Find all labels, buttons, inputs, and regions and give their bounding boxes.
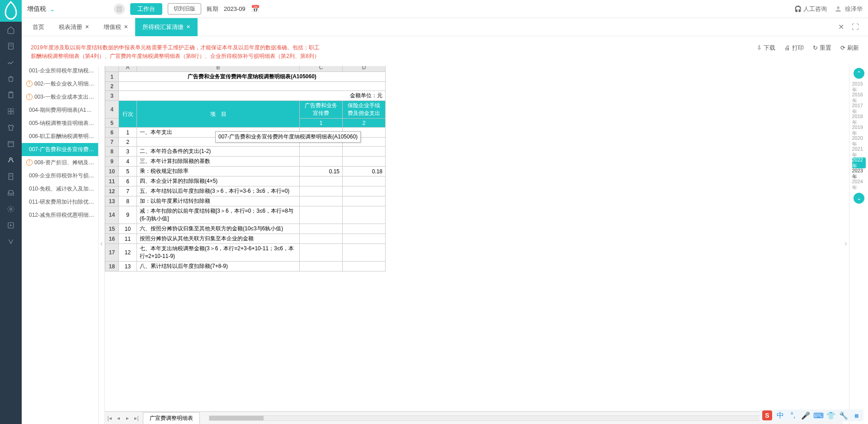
calendar-icon[interactable]: 📅 <box>251 5 260 13</box>
ime-toolbar: S 中 °, 🎤 ⌨ 👕 🔧 ▦ <box>760 410 863 421</box>
nav-settings-icon[interactable] <box>0 201 22 217</box>
sheet-nav[interactable]: |◂◂▸▸| <box>105 415 141 421</box>
nav-v-icon[interactable] <box>0 233 22 250</box>
cell-d-18[interactable] <box>343 262 386 272</box>
nav-inbox-icon[interactable] <box>0 185 22 201</box>
cell-c-8[interactable] <box>300 147 343 157</box>
svg-rect-6 <box>11 112 14 114</box>
nav-home-icon[interactable] <box>0 22 22 38</box>
ime-mic-icon[interactable]: 🎤 <box>801 411 810 420</box>
tab-close-icon[interactable]: ✕ <box>186 24 190 30</box>
hscrollbar[interactable] <box>209 415 843 421</box>
nav-calendar-icon[interactable] <box>0 136 22 152</box>
ime-punct-icon[interactable]: °, <box>788 411 797 420</box>
cell-d-13[interactable] <box>343 196 386 206</box>
workspace-button[interactable]: 工作台 <box>130 3 162 15</box>
refresh-button[interactable]: ⟳ 刷新 <box>840 43 859 53</box>
form-item-4[interactable]: 005-纳税调整项目明细表(A1... <box>22 117 98 130</box>
ime-s-icon[interactable]: S <box>762 410 772 420</box>
download-button[interactable]: ⇩ 下载 <box>757 43 775 53</box>
year-2015年[interactable]: 2015年 <box>852 81 866 92</box>
ime-lang[interactable]: 中 <box>776 411 785 420</box>
form-item-6[interactable]: 007-广告费和业务宣传费跨... <box>22 143 98 156</box>
nav-grid-icon[interactable] <box>0 103 22 119</box>
tab-1[interactable]: 税表清册✕ <box>52 18 96 36</box>
form-item-5[interactable]: 006-职工薪酬纳税调整明细... <box>22 130 98 143</box>
cell-c-13[interactable] <box>300 196 343 206</box>
history-button[interactable] <box>114 4 125 14</box>
support-link[interactable]: 🎧 人工咨询 <box>794 5 827 13</box>
nav-doc-icon[interactable] <box>0 38 22 54</box>
row-title: 二、本年符合条件的支出(1-2) <box>137 147 300 157</box>
cell-d-14[interactable] <box>343 206 386 224</box>
cell-d-11[interactable] <box>343 176 386 186</box>
form-item-7[interactable]: 008-资产折旧、摊销及纳税... <box>22 156 98 169</box>
ime-keyboard-icon[interactable]: ⌨ <box>814 411 823 420</box>
form-item-8[interactable]: 009-企业所得税弥补亏损明... <box>22 169 98 182</box>
form-item-10[interactable]: 011-研发费用加计扣除优惠... <box>22 195 98 209</box>
cell-d-15[interactable] <box>343 224 386 234</box>
nav-shirt-icon[interactable] <box>0 119 22 136</box>
cell-c-17[interactable] <box>300 244 343 262</box>
sheet-tab[interactable]: 广宣费调整明细表 <box>143 412 200 424</box>
left-nav <box>0 0 22 424</box>
nav-clipboard-icon[interactable] <box>0 87 22 103</box>
cell-d-17[interactable] <box>343 244 386 262</box>
tab-2[interactable]: 增值税✕ <box>96 18 135 36</box>
form-item-2[interactable]: 003-一般企业成本支出明细... <box>22 91 98 104</box>
cell-d-12[interactable] <box>343 186 386 196</box>
app-name-dropdown[interactable]: 增值税 ⌄ <box>27 5 108 13</box>
collapse-handle[interactable]: ‹ <box>99 62 105 424</box>
tab-3[interactable]: 所得税汇算清缴✕ <box>135 18 198 36</box>
cell-c-11[interactable] <box>300 176 343 186</box>
cell-c-10[interactable]: 0.15 <box>300 167 343 176</box>
cell-d-16[interactable] <box>343 234 386 244</box>
cell-d-10[interactable]: 0.18 <box>343 167 386 176</box>
cell-c-15[interactable] <box>300 224 343 234</box>
ime-tool-icon[interactable]: 🔧 <box>839 411 848 420</box>
cell-d-8[interactable] <box>343 147 386 157</box>
switch-old-button[interactable]: 切到旧版 <box>168 3 201 14</box>
reset-button[interactable]: ↻ 重置 <box>813 43 831 53</box>
period-value[interactable]: 2023-09 <box>224 5 245 12</box>
year-2019年[interactable]: 2019年 <box>852 125 866 136</box>
year-2020年[interactable]: 2020年 <box>852 136 866 147</box>
tab-close-icon[interactable]: ✕ <box>124 24 128 30</box>
year-down-icon[interactable]: ⌄ <box>854 193 864 204</box>
right-collapse[interactable]: › <box>843 62 849 424</box>
cell-c-18[interactable] <box>300 262 343 272</box>
tab-close-icon[interactable]: ✕ <box>85 24 89 30</box>
form-item-11[interactable]: 012-减免所得税优惠明细表(... <box>22 209 98 222</box>
print-button[interactable]: 🖨 打印 <box>784 43 804 53</box>
year-2018年[interactable]: 2018年 <box>852 114 866 125</box>
cell-c-12[interactable] <box>300 186 343 196</box>
year-up-icon[interactable]: ⌃ <box>854 68 864 79</box>
user-menu[interactable]: 徐泽华 <box>834 5 863 13</box>
year-2016年[interactable]: 2016年 <box>852 92 866 103</box>
cell-d-9[interactable] <box>343 157 386 167</box>
nav-chart-icon[interactable] <box>0 54 22 71</box>
cell-c-16[interactable] <box>300 234 343 244</box>
form-item-9[interactable]: 010-免税、减计收入及加计... <box>22 182 98 195</box>
svg-rect-5 <box>8 112 10 114</box>
year-2017年[interactable]: 2017年 <box>852 103 866 114</box>
nav-bag-icon[interactable] <box>0 71 22 87</box>
cell-c-9[interactable] <box>300 157 343 167</box>
close-all-icon[interactable]: ✕ <box>835 22 846 33</box>
year-2021年[interactable]: 2021年 <box>852 147 866 157</box>
nav-receipt-icon[interactable] <box>0 168 22 185</box>
form-item-1[interactable]: 002-一般企业收入明细表(A... <box>22 77 98 91</box>
ime-grid-icon[interactable]: ▦ <box>852 411 861 420</box>
expand-icon[interactable]: ⛶ <box>850 22 861 33</box>
cell-c-14[interactable] <box>300 206 343 224</box>
year-2024年[interactable]: 2024年 <box>852 179 866 190</box>
spreadsheet[interactable]: ABCD1广告费和业务宣传费跨年度纳税调整明细表(A105060)23金额单位：… <box>105 62 843 411</box>
nav-play-icon[interactable] <box>0 217 22 233</box>
nav-tax-icon[interactable] <box>0 152 22 168</box>
year-2023年[interactable]: 2023年 <box>852 168 866 179</box>
svg-rect-4 <box>11 109 14 111</box>
tab-0[interactable]: 首页 <box>25 18 52 36</box>
ime-skin-icon[interactable]: 👕 <box>826 411 835 420</box>
form-item-3[interactable]: 004-期间费用明细表(A1040... <box>22 104 98 117</box>
year-2022年[interactable]: 2022年 <box>852 157 866 168</box>
